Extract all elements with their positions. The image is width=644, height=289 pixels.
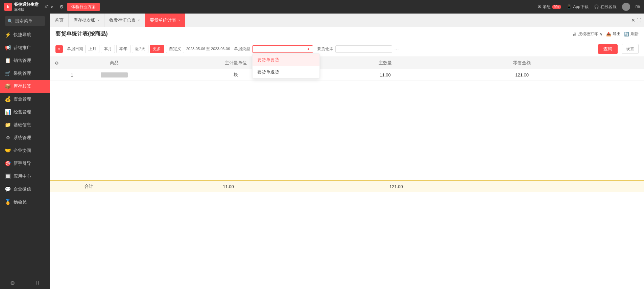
tab-expand-icon[interactable]: ⛶ (637, 18, 641, 23)
store-selector[interactable]: 41 ∨ (42, 4, 56, 10)
total-unit-cell (148, 181, 219, 192)
online-service-label: 在线客服 (600, 4, 617, 10)
dropdown-item-order-goods-label: 要货单要货 (257, 57, 279, 62)
sidebar-item-shortcut[interactable]: ⚡ 快捷导航 (0, 28, 50, 41)
sidebar-item-marketing[interactable]: 📢 营销推广 (0, 41, 50, 54)
refresh-button[interactable]: 🔄 刷新 (624, 31, 639, 37)
trial-button[interactable]: 体验行业方案 (67, 3, 100, 11)
tab-order-stats-label: 要货单统计表 (150, 17, 176, 23)
date-range-text: 2023-05-06 至 2023-06-06 (186, 46, 230, 51)
sidebar-label-marketing: 营销推广 (14, 45, 31, 51)
th-settings[interactable]: ⚙ (50, 57, 64, 69)
sidebar-item-finance[interactable]: 💰 资金管理 (0, 93, 50, 106)
sidebar-settings-icon[interactable]: ⚙ (10, 280, 15, 286)
date-btn-more[interactable]: 更多 (150, 45, 164, 53)
total-label-cell: 合计 (80, 181, 148, 192)
tab-home-label: 首页 (55, 17, 64, 23)
export-icon: 📤 (606, 32, 611, 37)
type-select-arrow-up-icon: ▲ (307, 47, 310, 51)
sidebar-label-system: 系统管理 (14, 135, 31, 141)
operation-icon: 📊 (5, 109, 11, 115)
header-right: ✉ 消息 99+ 📱 App下载 🎧 在线客服 Rit (538, 3, 640, 11)
dropdown-item-order-goods[interactable]: 要货单要货 (253, 54, 319, 66)
marketing-icon: 📢 (5, 45, 11, 51)
type-select-value (255, 47, 296, 51)
tab-inventory-batch-label: 库存批次账 (73, 17, 95, 23)
chevron-down-icon: ∨ (50, 4, 53, 9)
inventory-icon: 📦 (5, 83, 11, 89)
sidebar-label-purchase: 采购管理 (14, 70, 31, 76)
sidebar: 🔍 搜索菜单 ⚡ 快捷导航 📢 营销推广 📋 销售管理 🛒 采购管理 📦 库存核… (0, 14, 50, 289)
warehouse-input[interactable] (335, 45, 392, 53)
page-header: 要货单统计表(按商品) 🖨 按模板打印 ∨ 📤 导出 🔄 刷新 (50, 27, 644, 41)
user-avatar[interactable] (622, 3, 630, 11)
th-extra (597, 57, 644, 69)
cell-product: ████████ (80, 69, 148, 81)
sidebar-item-inventory[interactable]: 📦 库存核算 (0, 80, 50, 93)
export-button[interactable]: 📤 导出 (606, 31, 621, 37)
sidebar-label-inventory: 库存核算 (14, 83, 31, 89)
tab-collect-summary[interactable]: 收发存汇总表 × (104, 14, 145, 27)
th-quantity: 主数量 (323, 57, 447, 69)
tab-collect-summary-close[interactable]: × (138, 18, 140, 22)
sidebar-label-wechat: 企业微信 (14, 186, 31, 192)
date-custom-button[interactable]: 自定义 (166, 45, 184, 53)
page-title: 要货单统计表(按商品) (55, 30, 108, 38)
type-dropdown-menu: 要货单要货 要货单退货 (252, 53, 320, 79)
filter-more-icon[interactable]: ··· (394, 46, 399, 52)
sidebar-label-appcenter: 应用中心 (14, 173, 31, 179)
tab-home[interactable]: 首页 (50, 14, 69, 27)
tab-close-all-icon[interactable]: ✕ (631, 18, 635, 23)
sidebar-item-operation[interactable]: 📊 经营管理 (0, 106, 50, 118)
product-name-blurred: ████████ (101, 72, 128, 77)
top-header: b 畅捷通好生意 标准版 41 ∨ ⚙ 体验行业方案 ✉ 消息 99+ 📱 Ap… (0, 0, 644, 14)
sidebar-item-enterprise[interactable]: 🤝 企业协同 (0, 144, 50, 157)
cell-settings (50, 69, 64, 81)
tab-order-stats-close[interactable]: × (178, 18, 180, 22)
setting-button[interactable]: 设置 (622, 44, 639, 54)
tab-inventory-batch[interactable]: 库存批次账 × (69, 14, 104, 27)
print-button[interactable]: 🖨 按模板打印 ∨ (573, 31, 603, 37)
sidebar-item-member[interactable]: 🏅 畅会员 (0, 196, 50, 208)
sidebar-item-sales[interactable]: 📋 销售管理 (0, 54, 50, 67)
th-amount: 零售金额 (447, 57, 597, 69)
tab-order-stats[interactable]: 要货单统计表 × (145, 14, 185, 27)
date-filter-group: 单据日期 上月 本月 本年 近7天 更多 自定义 2023-05-06 至 20… (67, 45, 230, 53)
type-select[interactable]: ▲ (252, 45, 313, 53)
purchase-icon: 🛒 (5, 70, 11, 76)
app-download-button[interactable]: 📱 App下载 (567, 4, 588, 10)
total-table-row: 合计 11.00 121.00 (50, 181, 644, 192)
tab-inventory-batch-close[interactable]: × (97, 18, 99, 22)
date-btn-this-year[interactable]: 本年 (116, 45, 130, 53)
date-btn-this-month[interactable]: 本月 (101, 45, 115, 53)
th-no (64, 57, 80, 69)
cell-quantity: 11.00 (323, 69, 447, 81)
refresh-icon: 🔄 (624, 32, 629, 37)
filter-expand-button[interactable]: » (55, 45, 63, 53)
sidebar-item-system[interactable]: ⚙ 系统管理 (0, 131, 50, 144)
wechat-icon: 💬 (5, 186, 11, 192)
total-extra-cell (573, 181, 644, 192)
th-product: 商品 (80, 57, 148, 69)
sidebar-item-basic[interactable]: 📁 基础信息 (0, 118, 50, 131)
date-btn-last-month[interactable]: 上月 (85, 45, 99, 53)
search-menu-button[interactable]: 🔍 搜索菜单 (5, 16, 45, 26)
export-label: 导出 (613, 31, 621, 37)
date-btn-last-7-days[interactable]: 近7天 (132, 45, 148, 53)
main-layout: 🔍 搜索菜单 ⚡ 快捷导航 📢 营销推广 📋 销售管理 🛒 采购管理 📦 库存核… (0, 14, 644, 289)
total-settings-cell (50, 181, 64, 192)
sidebar-item-appcenter[interactable]: 🔲 应用中心 (0, 170, 50, 183)
mobile-icon: 📱 (567, 4, 572, 9)
sidebar-collapse-icon[interactable]: ⏸ (35, 280, 40, 286)
column-settings-icon: ⚙ (55, 61, 59, 66)
online-service-button[interactable]: 🎧 在线客服 (594, 4, 617, 10)
messages-button[interactable]: ✉ 消息 99+ (538, 4, 561, 10)
sidebar-item-guide[interactable]: 🎯 新手引导 (0, 157, 50, 170)
dropdown-item-order-return-label: 要货单退货 (257, 69, 279, 74)
sidebar-item-purchase[interactable]: 🛒 采购管理 (0, 67, 50, 80)
query-button[interactable]: 查询 (598, 44, 618, 54)
dropdown-item-order-return[interactable]: 要货单退货 (253, 66, 319, 78)
settings-icon[interactable]: ⚙ (59, 4, 64, 9)
cell-amount: 121.00 (447, 69, 597, 81)
sidebar-item-wechat[interactable]: 💬 企业微信 (0, 183, 50, 196)
